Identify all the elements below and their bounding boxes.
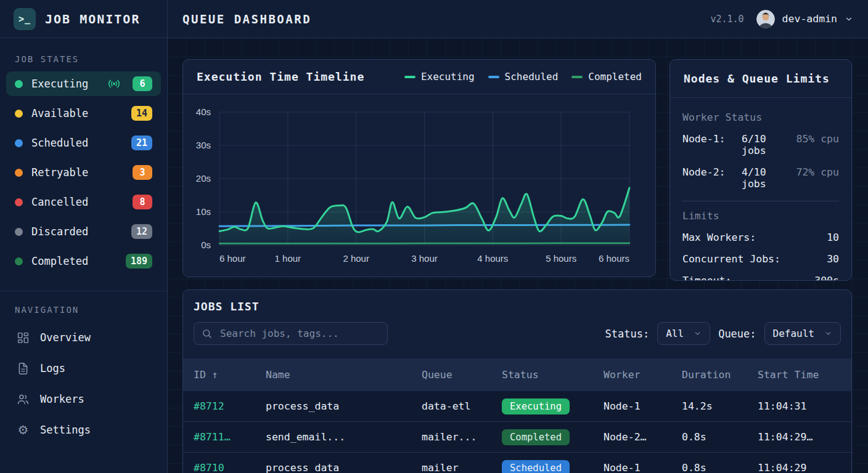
state-label: Discarded (31, 225, 123, 238)
status-filter-dropdown[interactable]: All (657, 322, 710, 345)
svg-text:1 hour: 1 hour (275, 253, 301, 264)
svg-text:30s: 30s (196, 140, 211, 150)
legend-item-scheduled[interactable]: Scheduled (488, 71, 559, 83)
job-start-time: 11:04:29… (758, 431, 851, 443)
version-label: v2.1.0 (710, 14, 743, 25)
jobs-list-title: JOBS LIST (194, 300, 841, 313)
nav-item-label: Workers (40, 393, 84, 405)
chevron-down-icon (694, 329, 702, 338)
legend-item-completed[interactable]: Completed (571, 71, 642, 83)
app-root: >_ JOB MONITOR QUEUE DASHBOARD v2.1.0 de… (0, 0, 868, 473)
nodes-panel-body: Worker Status Node-1:6/10 jobs85% cpuNod… (670, 98, 851, 281)
job-name: process_data (266, 400, 422, 412)
svg-text:6 hour: 6 hour (219, 253, 246, 264)
state-count-badge: 3 (133, 165, 152, 180)
column-header-queue[interactable]: Queue (422, 369, 502, 381)
job-queue: mailer... (422, 431, 502, 443)
job-worker: Node-2… (604, 431, 682, 443)
state-count-badge: 189 (126, 254, 152, 269)
table-row[interactable]: #8711…send_email...mailer...CompletedNod… (183, 422, 851, 453)
table-row[interactable]: #8712process_datadata-etlExecutingNode-1… (183, 391, 851, 422)
worker-cpu: 85% cpu (796, 133, 839, 145)
limits-label: Limits (682, 210, 839, 222)
limit-value: 10 (827, 232, 839, 243)
worker-status-list: Node-1:6/10 jobs85% cpuNode-2:4/10 jobs7… (682, 133, 839, 190)
job-id: #8710 (194, 462, 266, 473)
page-title: QUEUE DASHBOARD (168, 12, 710, 26)
job-name: process_data (266, 462, 422, 473)
sidebar-state-completed[interactable]: Completed189 (6, 249, 161, 273)
nodes-panel-header: Nodes & Queue Limits (670, 60, 851, 98)
limit-row: Max Workers:10 (682, 232, 839, 243)
gear-icon: ⚙ (17, 424, 30, 437)
nodes-queue-limits-panel: Nodes & Queue Limits Worker Status Node-… (669, 59, 852, 281)
worker-status-label: Worker Status (682, 111, 839, 123)
column-header-status[interactable]: Status (502, 369, 604, 381)
user-avatar[interactable] (756, 10, 775, 28)
legend-item-executing[interactable]: Executing (404, 71, 475, 83)
state-count-badge: 21 (131, 135, 152, 150)
document-icon (17, 362, 30, 375)
sidebar-item-overview[interactable]: Overview (0, 322, 167, 353)
sidebar-state-executing[interactable]: Executing6 (6, 71, 161, 96)
svg-text:2 hour: 2 hour (343, 253, 369, 264)
job-states-section-label: JOB STATES (0, 54, 167, 64)
sidebar-state-retryable[interactable]: Retryable3 (6, 160, 161, 185)
chart-panel-header: Execution Time Timeline ExecutingSchedul… (183, 60, 655, 94)
navigation-section-label: NAVIGATION (0, 291, 167, 315)
sidebar-state-scheduled[interactable]: Scheduled21 (6, 131, 161, 155)
sidebar-item-logs[interactable]: Logs (0, 353, 167, 384)
job-queue: data-etl (422, 400, 502, 412)
state-count-badge: 12 (131, 224, 152, 239)
column-header-name[interactable]: Name (266, 369, 422, 381)
limit-row: Timeout:300s (682, 275, 839, 281)
state-label: Scheduled (31, 137, 123, 149)
limit-label: Max Workers: (682, 232, 756, 243)
navigation-list: OverviewLogsWorkers⚙Settings (0, 322, 167, 445)
column-header-id[interactable]: ID ↑ (194, 369, 266, 381)
job-status-cell: Scheduled (502, 460, 604, 473)
search-box[interactable] (194, 322, 388, 345)
legend-dash-icon (488, 76, 499, 78)
state-label: Completed (31, 255, 117, 267)
legend-dash-icon (571, 76, 583, 78)
sidebar-state-available[interactable]: Available14 (6, 101, 161, 126)
status-filter-label: Status: (605, 328, 650, 340)
column-header-worker[interactable]: Worker (604, 369, 682, 381)
svg-text:3 hour: 3 hour (411, 253, 438, 264)
grid-icon (17, 331, 30, 344)
sidebar: JOB STATES Executing6Available14Schedule… (0, 38, 168, 473)
svg-text:4 hours: 4 hours (477, 253, 508, 264)
worker-cpu: 72% cpu (796, 166, 839, 178)
sidebar-state-cancelled[interactable]: Cancelled8 (6, 190, 161, 214)
state-count-badge: 6 (133, 76, 152, 91)
worker-jobs: 6/10 jobs (742, 133, 796, 156)
queue-filter-value: Default (773, 328, 814, 339)
legend-dash-icon (404, 76, 416, 78)
brand-area: >_ JOB MONITOR (0, 0, 168, 38)
table-row[interactable]: #8710process_datamailerScheduledNode-10.… (183, 453, 851, 473)
job-name: send_email... (266, 431, 422, 443)
state-dot-icon (15, 169, 23, 177)
sidebar-item-settings[interactable]: ⚙Settings (0, 414, 167, 445)
job-worker: Node-1 (604, 400, 682, 412)
header-right: v2.1.0 dev-admin (710, 10, 868, 28)
job-duration: 0.8s (682, 431, 758, 443)
search-input[interactable] (219, 327, 380, 340)
state-label: Cancelled (31, 196, 124, 208)
sidebar-item-workers[interactable]: Workers (0, 384, 167, 414)
status-badge: Executing (502, 398, 570, 414)
limit-value: 300s (814, 275, 839, 281)
queue-filter-dropdown[interactable]: Default (764, 322, 841, 345)
svg-text:0s: 0s (201, 240, 211, 250)
status-badge: Scheduled (502, 460, 570, 473)
chevron-down-icon[interactable] (845, 15, 853, 23)
worker-name: Node-1: (682, 133, 742, 145)
nav-item-label: Settings (40, 424, 91, 436)
column-header-start-time[interactable]: Start Time (758, 369, 851, 381)
username-label[interactable]: dev-admin (782, 13, 837, 25)
column-header-duration[interactable]: Duration (682, 369, 758, 381)
state-label: Available (31, 107, 123, 119)
jobs-panel-header: JOBS LIST Status: All Que (183, 290, 851, 345)
sidebar-state-discarded[interactable]: Discarded12 (6, 219, 161, 244)
